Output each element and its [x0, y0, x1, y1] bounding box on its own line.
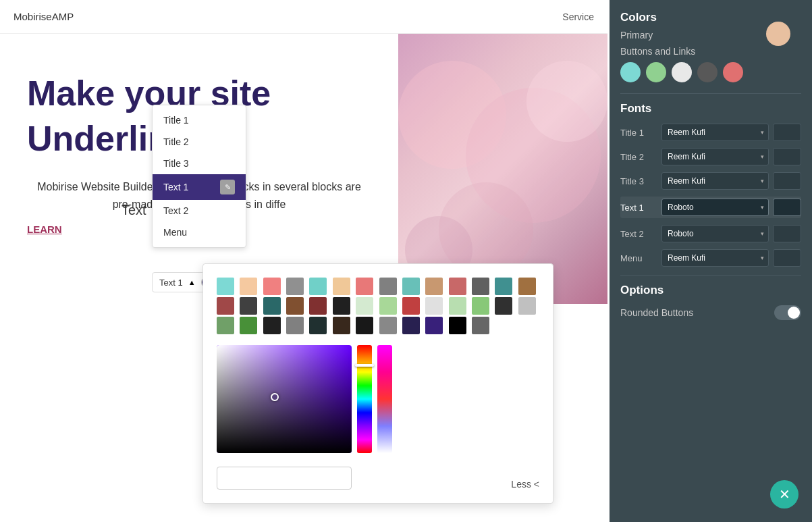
toolbar-label: Text 1: [159, 278, 183, 288]
font-size-title3[interactable]: 2.25: [773, 172, 801, 190]
dropdown-title2[interactable]: Title 2: [153, 131, 246, 153]
font-select-title3[interactable]: Reem Kufi ▾: [661, 172, 769, 190]
swatch-lgray1[interactable]: [425, 297, 443, 315]
swatch-gray1[interactable]: [286, 278, 304, 295]
swatch-teal1[interactable]: [217, 278, 234, 295]
svg-point-3: [526, 61, 607, 142]
font-select-text1[interactable]: Roboto ▾: [661, 199, 769, 216]
swatch-green2[interactable]: [379, 297, 397, 315]
swatch-teal5[interactable]: [263, 297, 281, 315]
swatch-vblack[interactable]: [356, 317, 373, 334]
font-row-text2: Text 2 Roboto ▾ 1.1: [620, 225, 801, 242]
swatch-darkbrown[interactable]: [333, 317, 350, 334]
color-dot-white[interactable]: [672, 62, 692, 82]
swatch-green4[interactable]: [472, 297, 489, 315]
swatch-brown2[interactable]: [518, 278, 536, 295]
dropdown-text1[interactable]: Text 1 ✎: [153, 174, 246, 200]
color-dot-teal[interactable]: [620, 62, 641, 82]
options-section: Options Rounded Buttons: [620, 284, 801, 320]
font-row-menu: Menu Reem Kufi ▾ 1: [620, 249, 801, 267]
font-name-text2[interactable]: Roboto ▾: [661, 225, 769, 242]
font-name-menu[interactable]: Reem Kufi ▾: [661, 249, 769, 267]
font-select-title1[interactable]: Reem Kufi ▾: [661, 124, 769, 141]
font-size-text2[interactable]: 1.1: [773, 225, 801, 242]
font-row-title3: Title 3 Reem Kufi ▾ 2.25: [620, 172, 801, 190]
font-label-text1: Text 1: [620, 203, 657, 213]
swatch-gray6[interactable]: [472, 317, 489, 334]
fonts-title: Fonts: [620, 102, 801, 115]
font-name-title1[interactable]: Reem Kufi ▾: [661, 124, 769, 141]
rounded-buttons-toggle[interactable]: [774, 305, 801, 320]
swatch-green1[interactable]: [356, 297, 373, 315]
swatch-darkpurple1[interactable]: [402, 317, 420, 334]
swatch-red5[interactable]: [309, 297, 327, 315]
dropdown-text2[interactable]: Text 2: [153, 200, 246, 221]
font-row-text1: Text 1 Roboto ▾ 1.3: [620, 197, 801, 218]
swatch-darkpurple2[interactable]: [425, 317, 443, 334]
dropdown-title3[interactable]: Title 3: [153, 153, 246, 174]
gradient-cursor: [271, 393, 279, 401]
font-name-text1[interactable]: Roboto ▾: [661, 199, 769, 216]
font-size-title1[interactable]: 6: [773, 124, 801, 141]
text-label: Text: [121, 203, 146, 218]
swatch-gray3[interactable]: [472, 278, 489, 295]
font-size-text1[interactable]: 1.3: [773, 199, 801, 216]
font-size-menu[interactable]: 1: [773, 249, 801, 267]
swatch-mgray[interactable]: [379, 317, 397, 334]
hex-input[interactable]: #443460: [217, 467, 352, 490]
topbar: MobiriseAMP Service: [0, 0, 607, 34]
font-label-text2: Text 2: [620, 229, 657, 239]
hue-bar[interactable]: [357, 345, 372, 453]
less-link[interactable]: Less <: [511, 479, 539, 490]
swatch-red4[interactable]: [217, 297, 234, 315]
font-row-title1: Title 1 Reem Kufi ▾ 6: [620, 124, 801, 141]
gradient-picker[interactable]: [217, 345, 352, 453]
chevron-down-icon: ▾: [761, 204, 764, 211]
font-select-text2[interactable]: Roboto ▾: [661, 225, 769, 242]
buttons-links-label: Buttons and Links: [620, 46, 801, 57]
swatch-gray4[interactable]: [240, 297, 257, 315]
swatch-gray5[interactable]: [286, 317, 304, 334]
hue-cursor: [355, 364, 374, 367]
swatch-black1[interactable]: [333, 297, 350, 315]
close-button[interactable]: ✕: [770, 480, 799, 508]
color-dot-green[interactable]: [646, 62, 666, 82]
swatch-gray2[interactable]: [379, 278, 397, 295]
saturation-bar[interactable]: [377, 345, 392, 453]
color-dot-dark[interactable]: [697, 62, 718, 82]
fonts-section: Fonts Title 1 Reem Kufi ▾ 6 Title 2 Reem…: [620, 102, 801, 267]
swatch-green3[interactable]: [449, 297, 466, 315]
swatch-brown3[interactable]: [286, 297, 304, 315]
learn-more-link[interactable]: LEARN: [27, 224, 62, 235]
font-name-title3[interactable]: Reem Kufi ▾: [661, 172, 769, 190]
swatch-lgray2[interactable]: [518, 297, 536, 315]
swatch-black4[interactable]: [449, 317, 466, 334]
close-icon: ✕: [779, 486, 790, 502]
swatch-teal4[interactable]: [495, 278, 512, 295]
dropdown-menu-item[interactable]: Menu: [153, 221, 246, 243]
font-select-title2[interactable]: Reem Kufi ▾: [661, 148, 769, 165]
swatch-peach1[interactable]: [240, 278, 257, 295]
swatch-red2[interactable]: [356, 278, 373, 295]
swatch-green6[interactable]: [240, 317, 257, 334]
swatch-black2[interactable]: [495, 297, 512, 315]
swatch-red1[interactable]: [263, 278, 281, 295]
swatch-darkgreen[interactable]: [309, 317, 327, 334]
dropdown-title1[interactable]: Title 1: [153, 109, 246, 131]
font-size-title2[interactable]: 4: [773, 148, 801, 165]
font-type-dropdown[interactable]: Title 1 Title 2 Title 3 Text 1 ✎ Text 2 …: [152, 105, 246, 248]
primary-color-swatch[interactable]: [766, 22, 790, 46]
color-dot-pink[interactable]: [723, 62, 743, 82]
swatch-green5[interactable]: [217, 317, 234, 334]
font-label-title3: Title 3: [620, 176, 657, 186]
swatch-peach2[interactable]: [333, 278, 350, 295]
font-name-title2[interactable]: Reem Kufi ▾: [661, 148, 769, 165]
swatch-black3[interactable]: [263, 317, 281, 334]
swatch-teal2[interactable]: [309, 278, 327, 295]
swatch-red3[interactable]: [449, 278, 466, 295]
swatch-red6[interactable]: [402, 297, 420, 315]
swatch-teal3[interactable]: [402, 278, 420, 295]
edit-icon[interactable]: ✎: [220, 180, 235, 194]
font-select-menu[interactable]: Reem Kufi ▾: [661, 249, 769, 267]
swatch-brown1[interactable]: [425, 278, 443, 295]
